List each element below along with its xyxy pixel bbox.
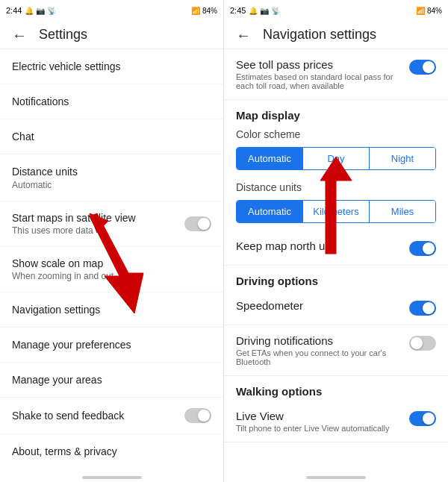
toll-pass-toggle[interactable] [409, 60, 436, 75]
left-home-indicator [82, 476, 142, 479]
color-day-btn[interactable]: Day [302, 148, 369, 169]
menu-item-notifications[interactable]: Notifications [0, 84, 223, 119]
dist-km-btn[interactable]: Kilometers [302, 201, 369, 222]
menu-item-show-scale[interactable]: Show scale on map When zooming in and ou… [0, 247, 223, 292]
left-menu-list: Electric vehicle settings Notifications … [0, 49, 223, 464]
right-battery-text: 84% [427, 7, 442, 15]
speedometer-toggle[interactable] [409, 301, 436, 316]
left-page-title: Settings [39, 27, 87, 43]
distance-units-label-row: Distance units [224, 178, 448, 195]
right-time: 2:45 [230, 6, 246, 15]
menu-item-distance-units[interactable]: Distance units Automatic [0, 154, 223, 201]
right-header: ← Navigation settings [224, 21, 448, 49]
menu-item-manage-areas[interactable]: Manage your areas [0, 363, 223, 398]
color-scheme-label-row: Color scheme [224, 125, 448, 143]
driving-notifications-section: Driving notifications Get ETAs when you … [224, 325, 448, 376]
right-back-button[interactable]: ← [236, 28, 251, 43]
menu-item-manage-preferences[interactable]: Manage your preferences [0, 328, 223, 363]
left-time: 2:44 [6, 6, 22, 15]
distance-units-label: Distance units [236, 181, 302, 193]
live-view-toggle[interactable] [409, 411, 436, 426]
speedometer-label: Speedometer [236, 299, 303, 312]
right-content: See toll pass prices Estimates based on … [224, 49, 448, 464]
color-scheme-control: Automatic Day Night [236, 147, 436, 170]
menu-item-shake-feedback[interactable]: Shake to send feedback [0, 398, 223, 434]
right-bottom-bar [224, 464, 448, 482]
color-night-btn[interactable]: Night [369, 148, 435, 169]
menu-item-navigation-settings[interactable]: Navigation settings [0, 292, 223, 328]
driving-notifications-subtitle: Get ETAs when you connect to your car's … [236, 348, 409, 366]
walking-options-header: Walking options [224, 376, 448, 401]
left-signal: 📶 [191, 7, 200, 15]
left-status-bar: 2:44 🔔 📷 📡 📶 84% [0, 0, 223, 21]
menu-item-start-maps[interactable]: Start maps in satellite view This uses m… [0, 201, 223, 247]
live-view-section: Live View Tilt phone to enter Live View … [224, 401, 448, 442]
toll-pass-section: See toll pass prices Estimates based on … [224, 49, 448, 100]
map-display-header: Map display [224, 100, 448, 125]
right-home-indicator [306, 476, 366, 479]
menu-item-chat[interactable]: Chat [0, 119, 223, 154]
left-panel: 2:44 🔔 📷 📡 📶 84% ← Settings Electric veh… [0, 0, 224, 482]
right-panel: 2:45 🔔 📷 📡 📶 84% ← Navigation settings S… [224, 0, 448, 482]
color-automatic-btn[interactable]: Automatic [237, 148, 302, 169]
driving-notifications-toggle[interactable] [409, 336, 436, 351]
left-header: ← Settings [0, 21, 223, 49]
distance-units-control: Automatic Kilometers Miles [236, 200, 436, 223]
right-icons: 🔔 📷 📡 [249, 7, 280, 15]
color-scheme-label: Color scheme [236, 128, 300, 140]
right-signal: 📶 [416, 7, 425, 15]
left-battery-text: 84% [202, 7, 217, 15]
right-page-title: Navigation settings [263, 27, 376, 43]
left-icons: 🔔 📷 📡 [25, 7, 56, 15]
dist-automatic-btn[interactable]: Automatic [237, 201, 302, 222]
live-view-subtitle: Tilt phone to enter Live View automatica… [236, 424, 389, 433]
right-status-bar: 2:45 🔔 📷 📡 📶 84% [224, 0, 448, 21]
start-maps-toggle[interactable] [184, 216, 211, 231]
shake-feedback-toggle[interactable] [184, 408, 211, 423]
menu-item-electric-vehicle[interactable]: Electric vehicle settings [0, 49, 223, 84]
keep-north-section: Keep map north up [224, 231, 448, 266]
speedometer-section: Speedometer [224, 290, 448, 325]
driving-options-header: Driving options [224, 266, 448, 290]
driving-notifications-label: Driving notifications [236, 334, 409, 347]
menu-item-about-terms[interactable]: About, terms & privacy [0, 434, 223, 464]
toll-pass-subtitle: Estimates based on standard local pass f… [236, 72, 409, 90]
dist-miles-btn[interactable]: Miles [369, 201, 435, 222]
toll-pass-title: See toll pass prices [236, 58, 409, 71]
left-back-button[interactable]: ← [12, 28, 27, 43]
live-view-label: Live View [236, 410, 389, 422]
keep-north-toggle[interactable] [409, 241, 436, 256]
left-bottom-bar [0, 464, 223, 482]
keep-north-label: Keep map north up [236, 240, 332, 252]
